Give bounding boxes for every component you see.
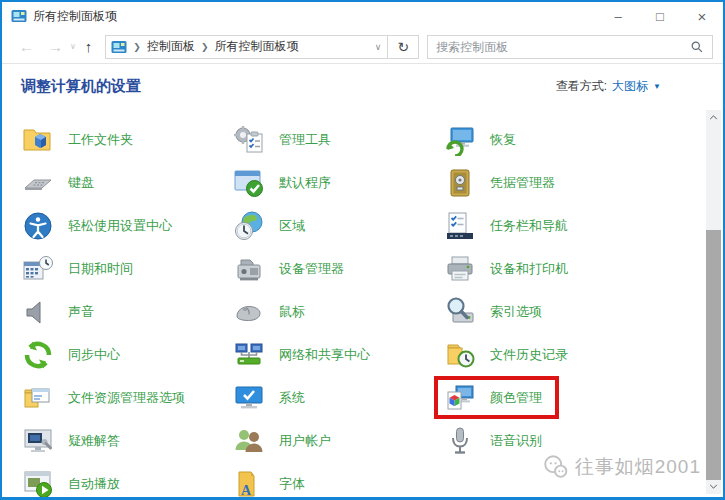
mouse-icon [232,295,266,329]
item-label: 鼠标 [279,303,305,321]
ease-of-access-icon [21,209,55,243]
control-panel-item[interactable]: 同步中心 [21,333,130,376]
forward-button[interactable]: → [48,39,63,54]
control-panel-item[interactable]: 恢复 [443,118,526,161]
refresh-button[interactable]: ↻ [388,35,419,59]
item-label: 日期和时间 [68,260,133,278]
item-label: 键盘 [68,174,94,192]
watermark: 往事如烟2001 [541,452,701,482]
scroll-down-icon[interactable] [706,479,721,494]
autoplay-icon [21,467,55,500]
item-label: 文件历史记录 [490,346,568,364]
control-panel-item[interactable]: 设备管理器 [232,247,354,290]
scroll-up-icon[interactable] [706,110,721,125]
control-panel-item[interactable]: 任务栏和导航 [443,204,578,247]
control-panel-item[interactable]: 声音 [21,290,104,333]
control-panel-item[interactable]: 疑难解答 [21,419,130,462]
item-label: 颜色管理 [490,389,542,407]
control-panel-item[interactable]: 设备和打印机 [443,247,578,290]
address-bar[interactable]: ❯ 控制面板 ❯ 所有控制面板项 ∨ [105,35,388,59]
control-panel-item[interactable]: 轻松使用设置中心 [21,204,182,247]
control-panel-item[interactable]: 鼠标 [232,290,315,333]
item-label: 管理工具 [279,131,331,149]
control-panel-item[interactable]: 日期和时间 [21,247,143,290]
user-accounts-icon [232,424,266,458]
search-input[interactable] [428,40,690,54]
control-panel-item[interactable]: 用户帐户 [232,419,341,462]
control-panel-item[interactable]: 工作文件夹 [21,118,143,161]
items-grid: 工作文件夹 键盘 轻松使用设置中心 日期和时间 声音 同步中心 文件资源管理器选… [2,108,723,500]
vertical-scrollbar[interactable] [706,110,721,494]
sync-center-icon [21,338,55,372]
breadcrumb-separator-icon: ❯ [133,42,141,52]
breadcrumb-control-panel[interactable]: 控制面板 [147,38,195,55]
control-panel-item-highlighted[interactable]: 颜色管理 [443,376,552,419]
item-label: 自动播放 [68,475,120,493]
troubleshooting-icon [21,424,55,458]
view-by-dropdown-icon[interactable]: ▼ [653,82,661,91]
item-label: 任务栏和导航 [490,217,568,235]
item-label: 默认程序 [279,174,331,192]
title-bar: 所有控制面板项 – □ × [2,2,723,30]
item-label: 恢复 [490,131,516,149]
speech-recognition-icon [443,424,477,458]
back-button[interactable]: ← [19,39,34,54]
maximize-button[interactable]: □ [639,2,681,30]
search-icon[interactable] [690,40,704,54]
default-programs-icon [232,166,266,200]
control-panel-item[interactable]: 语音识别 [443,419,552,462]
page-title: 调整计算机的设置 [21,77,556,96]
region-icon [232,209,266,243]
minimize-button[interactable]: – [597,2,639,30]
item-label: 声音 [68,303,94,321]
device-manager-icon [232,252,266,286]
item-label: 设备管理器 [279,260,344,278]
watermark-text: 往事如烟2001 [575,454,701,480]
work-folders-icon [21,123,55,157]
color-management-icon [443,381,477,415]
up-button[interactable]: ↑ [85,39,93,54]
window-title: 所有控制面板项 [33,8,597,25]
indexing-options-icon [443,295,477,329]
item-label: 同步中心 [68,346,120,364]
control-panel-item[interactable]: 文件历史记录 [443,333,578,376]
item-label: 网络和共享中心 [279,346,370,364]
address-dropdown-icon[interactable]: ∨ [375,42,382,52]
control-panel-item[interactable]: 系统 [232,376,315,419]
scrollbar-thumb[interactable] [706,230,721,480]
devices-printers-icon [443,252,477,286]
item-label: 文件资源管理器选项 [68,389,185,407]
control-panel-item[interactable]: 管理工具 [232,118,341,161]
watermark-chat-face-icon [541,452,571,482]
item-label: 凭据管理器 [490,174,555,192]
control-panel-item[interactable]: 自动播放 [21,462,130,500]
date-time-icon [21,252,55,286]
breadcrumb-all-items[interactable]: 所有控制面板项 [214,38,298,55]
item-label: 语音识别 [490,432,542,450]
command-bar: 调整计算机的设置 查看方式: 大图标 ▼ [2,64,723,108]
control-panel-item[interactable]: 区域 [232,204,315,247]
item-label: 区域 [279,217,305,235]
view-by-value[interactable]: 大图标 [612,78,648,95]
item-label: 疑难解答 [68,432,120,450]
items-column-3: 恢复 凭据管理器 任务栏和导航 设备和打印机 索引选项 文件历史记录 颜色管理 … [443,118,578,500]
history-dropdown-icon[interactable]: ∨ [70,42,76,51]
control-panel-item[interactable]: 键盘 [21,161,104,204]
item-label: 工作文件夹 [68,131,133,149]
control-panel-item[interactable]: 索引选项 [443,290,552,333]
view-by-label: 查看方式: [556,78,607,95]
control-panel-item[interactable]: 网络和共享中心 [232,333,380,376]
control-panel-window: 所有控制面板项 – □ × ← → ∨ ↑ ❯ 控制面板 ❯ 所有控制面板项 ∨… [0,0,725,500]
search-box [427,35,713,59]
control-panel-item[interactable]: 凭据管理器 [443,161,565,204]
close-button[interactable]: × [681,2,723,30]
item-label: 设备和打印机 [490,260,568,278]
sound-icon [21,295,55,329]
control-panel-item[interactable]: 文件资源管理器选项 [21,376,195,419]
items-column-1: 工作文件夹 键盘 轻松使用设置中心 日期和时间 声音 同步中心 文件资源管理器选… [21,118,232,500]
control-panel-item[interactable]: A 字体 [232,462,315,500]
taskbar-navigation-icon [443,209,477,243]
items-column-2: 管理工具 默认程序 区域 设备管理器 鼠标 网络和共享中心 系统 用户帐户 A … [232,118,443,500]
navigation-bar: ← → ∨ ↑ ❯ 控制面板 ❯ 所有控制面板项 ∨ ↻ [2,30,723,64]
control-panel-item[interactable]: 默认程序 [232,161,341,204]
